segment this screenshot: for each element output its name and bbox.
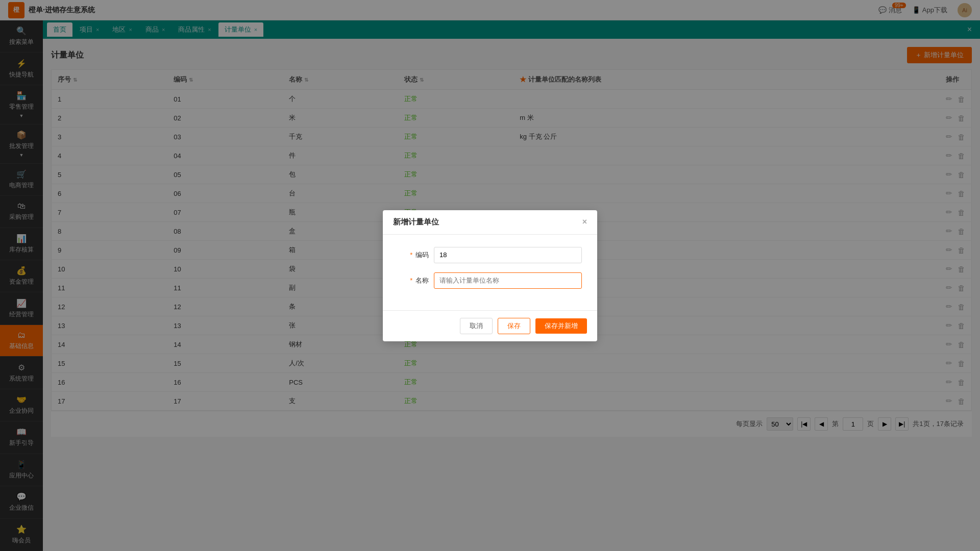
name-form-row: * 名称 bbox=[398, 272, 582, 289]
code-input[interactable] bbox=[434, 247, 582, 263]
name-label: * 名称 bbox=[398, 276, 429, 285]
code-label: * 编码 bbox=[398, 251, 429, 260]
save-button[interactable]: 保存 bbox=[498, 318, 530, 334]
modal-body: * 编码 * 名称 bbox=[383, 235, 597, 310]
modal-title: 新增计量单位 bbox=[393, 217, 439, 227]
save-and-new-button[interactable]: 保存并新增 bbox=[535, 318, 587, 334]
modal-footer: 取消 保存 保存并新增 bbox=[383, 310, 597, 341]
modal-header: 新增计量单位 × bbox=[383, 210, 597, 235]
code-form-row: * 编码 bbox=[398, 247, 582, 263]
cancel-button[interactable]: 取消 bbox=[460, 318, 493, 334]
add-unit-modal: 新增计量单位 × * 编码 * 名称 取消 保存 保存并新增 bbox=[383, 210, 597, 341]
modal-overlay: 新增计量单位 × * 编码 * 名称 取消 保存 保存并新增 bbox=[0, 0, 980, 551]
name-input[interactable] bbox=[434, 272, 582, 289]
modal-close-button[interactable]: × bbox=[582, 218, 587, 226]
